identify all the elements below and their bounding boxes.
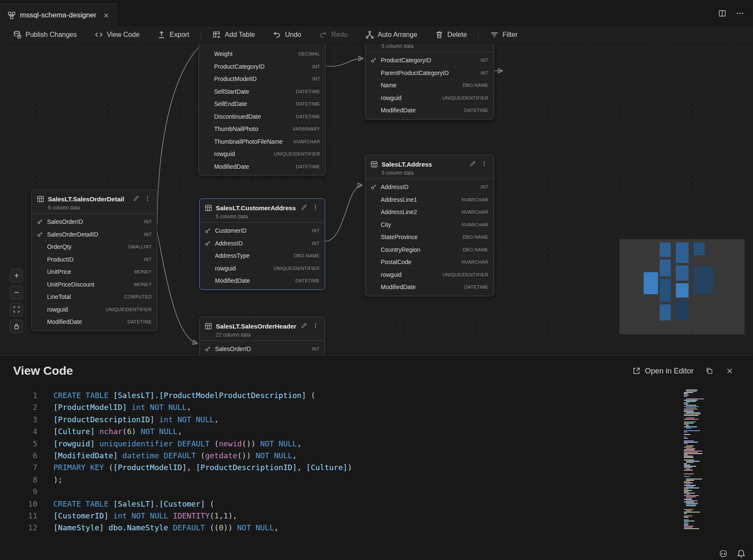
- column-row[interactable]: LineTotalCOMPUTED: [32, 290, 157, 303]
- close-icon[interactable]: [725, 366, 734, 376]
- column-row[interactable]: AddressTypeDBO.NAME: [200, 249, 325, 262]
- zoom-out-button[interactable]: [10, 286, 23, 299]
- table-card-sales-order-header[interactable]: SalesLT.SalesOrderHeader22 column dataSa…: [199, 317, 325, 355]
- edit-table-button[interactable]: [301, 322, 308, 330]
- toolbar-delete-button[interactable]: Delete: [426, 26, 476, 43]
- column-row[interactable]: CountryRegionDBO.NAME: [365, 243, 494, 256]
- toolbar-publish-button[interactable]: Publish Changes: [4, 26, 86, 43]
- column-row[interactable]: SellEndDateDATETIME: [199, 98, 325, 110]
- column-row[interactable]: ModifiedDateDATETIME: [32, 315, 157, 328]
- split-editor-icon[interactable]: [717, 8, 727, 18]
- column-row[interactable]: ParentProductCategoryIDINT: [365, 67, 494, 79]
- table-menu-button[interactable]: [312, 322, 320, 330]
- column-row[interactable]: SalesOrderIDINT: [200, 343, 325, 355]
- table-card-address[interactable]: SalesLT.Address9 column dataAddressIDINT…: [365, 155, 494, 296]
- column-row[interactable]: CityNVARCHAR: [365, 218, 494, 231]
- edit-table-button[interactable]: [133, 195, 140, 203]
- column-row[interactable]: SellStartDateDATETIME: [199, 85, 325, 98]
- minimap-line: [683, 471, 705, 472]
- minimap-line: [684, 456, 693, 457]
- more-actions-icon[interactable]: [735, 8, 745, 18]
- toolbar-filter-button[interactable]: Filter: [481, 26, 527, 43]
- column-row[interactable]: ThumbNailPhotoVARBINARY: [199, 123, 325, 135]
- column-row[interactable]: ProductCategoryIDINT: [365, 54, 494, 67]
- column-row[interactable]: ProductCategoryIDINT: [199, 60, 325, 73]
- table-menu-button[interactable]: [481, 160, 488, 168]
- key-spacer: [371, 246, 381, 253]
- relationship-edge[interactable]: [325, 185, 362, 241]
- relationship-edge[interactable]: [157, 232, 197, 343]
- column-row[interactable]: PostalCodeNVARCHAR: [365, 256, 494, 268]
- column-row[interactable]: AddressIDINT: [200, 237, 325, 250]
- schema-canvas[interactable]: WeightDECIMALProductCategoryIDINTProduct…: [0, 43, 753, 355]
- column-row[interactable]: UnitPriceMONEY: [32, 265, 157, 278]
- toolbar-view-code-button[interactable]: View Code: [86, 26, 148, 43]
- column-row[interactable]: rowguidUNIQUEIDENTIFIER: [199, 148, 325, 160]
- zoom-in-button[interactable]: [10, 269, 23, 282]
- open-in-editor-button[interactable]: Open in Editor: [632, 367, 694, 376]
- tab-mssql-schema-designer[interactable]: mssql-schema-designer: [0, 4, 117, 26]
- column-row[interactable]: DiscontinuedDateDATETIME: [199, 110, 325, 123]
- column-row[interactable]: rowguidUNIQUEIDENTIFIER: [365, 92, 494, 104]
- minimap-line: [684, 524, 688, 525]
- column-row[interactable]: StateProvinceDBO.NAME: [365, 231, 494, 243]
- table-card-customer-address[interactable]: SalesLT.CustomerAddress5 column dataCust…: [199, 198, 325, 290]
- column-row[interactable]: rowguidUNIQUEIDENTIFIER: [365, 268, 494, 281]
- column-row[interactable]: NameDBO.NAME: [365, 79, 494, 92]
- bell-icon[interactable]: [736, 548, 747, 559]
- edit-table-button[interactable]: [469, 160, 477, 168]
- column-row[interactable]: WeightDECIMAL: [199, 47, 325, 60]
- line-number: 2: [0, 401, 37, 413]
- table-menu-button[interactable]: [312, 204, 320, 212]
- column-row[interactable]: ModifiedDateDATETIME: [200, 274, 325, 287]
- copy-icon[interactable]: [705, 366, 714, 376]
- toolbar-auto-arrange-button[interactable]: Auto Arrange: [357, 26, 426, 43]
- copilot-icon[interactable]: [718, 548, 729, 559]
- column-row[interactable]: CustomerIDINT: [200, 224, 325, 237]
- toolbar-undo-button[interactable]: Undo: [264, 26, 310, 43]
- add-table-icon: [212, 31, 221, 39]
- code-text: [NameStyle] dbo.NameStyle DEFAULT ((0)) …: [37, 522, 279, 533]
- column-row[interactable]: ModifiedDateDATETIME: [199, 160, 325, 173]
- column-row[interactable]: UnitPriceDiscountMONEY: [32, 278, 157, 291]
- minimap-line: [684, 410, 694, 411]
- column-name: ModifiedDate: [47, 318, 82, 325]
- column-row[interactable]: ThumbnailPhotoFileNameNVARCHAR: [199, 135, 325, 148]
- column-row[interactable]: rowguidUNIQUEIDENTIFIER: [32, 303, 157, 316]
- toolbar-redo-button[interactable]: Redo: [310, 26, 356, 43]
- table-card-sales-order-detail[interactable]: SalesLT.SalesOrderDetail9 column dataSal…: [31, 189, 157, 331]
- column-row[interactable]: AddressIDINT: [365, 181, 494, 193]
- key-spacer: [371, 95, 381, 101]
- column-row[interactable]: SalesOrderDetailIDINT: [32, 228, 157, 241]
- column-row[interactable]: ProductIDINT: [32, 253, 157, 266]
- view-code-title: View Code: [13, 364, 73, 378]
- toolbar-label: Filter: [502, 31, 518, 39]
- column-row[interactable]: ModifiedDateDATETIME: [365, 104, 494, 117]
- column-row[interactable]: SalesOrderIDINT: [32, 215, 157, 228]
- column-row[interactable]: OrderQtySMALLINT: [32, 240, 157, 253]
- lock-button[interactable]: [10, 320, 23, 333]
- column-row[interactable]: AddressLine2NVARCHAR: [365, 206, 494, 218]
- column-row[interactable]: ProductModelIDINT: [199, 72, 325, 85]
- table-menu-button[interactable]: [144, 195, 152, 203]
- relationship-edge[interactable]: [157, 47, 198, 225]
- column-row[interactable]: AddressLine1NVARCHAR: [365, 193, 494, 206]
- table-card-product-category[interactable]: 5 column dataProductCategoryIDINTParentP…: [365, 43, 494, 120]
- column-name: ProductCategoryID: [214, 63, 265, 70]
- code-minimap[interactable]: [683, 390, 705, 532]
- column-row[interactable]: ModifiedDateDATETIME: [365, 281, 494, 293]
- table-card-product[interactable]: WeightDECIMALProductCategoryIDINTProduct…: [198, 43, 326, 176]
- key-icon: [205, 227, 215, 234]
- canvas-minimap[interactable]: [619, 239, 745, 334]
- column-type: MONEY: [134, 269, 152, 274]
- toolbar-export-button[interactable]: Export: [148, 26, 198, 43]
- relationship-edge[interactable]: [326, 59, 363, 66]
- minimap-line: [686, 390, 697, 390]
- toolbar-add-table-button[interactable]: Add Table: [204, 26, 264, 43]
- fit-view-button[interactable]: [10, 303, 23, 316]
- minimap-line: [683, 472, 705, 473]
- minimap-line: [684, 528, 699, 529]
- edit-table-button[interactable]: [301, 204, 308, 212]
- column-row[interactable]: rowguidUNIQUEIDENTIFIER: [200, 262, 325, 275]
- tab-close-button[interactable]: [100, 10, 112, 21]
